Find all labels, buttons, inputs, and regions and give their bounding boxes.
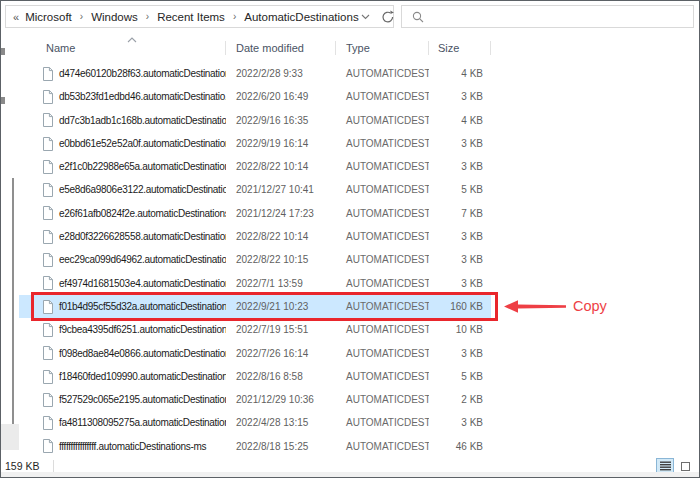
- file-size: 4 KB: [429, 109, 491, 132]
- icons-view-icon: [681, 462, 690, 471]
- file-type: AUTOMATICDESTI...: [336, 85, 429, 108]
- column-header-row: Name Date modified Type Size: [19, 37, 691, 59]
- file-date: 2022/8/22 10:14: [226, 155, 336, 178]
- file-icon: [42, 230, 54, 244]
- refresh-icon[interactable]: [381, 10, 395, 24]
- file-name-cell: eec29ca099d64962.automaticDestination...: [19, 248, 226, 271]
- table-row[interactable]: f098ed8ae84e0866.automaticDestinations..…: [19, 342, 491, 365]
- file-type: AUTOMATICDESTI...: [336, 248, 429, 271]
- arrow-left-icon: [503, 298, 569, 315]
- file-icon: [42, 113, 54, 127]
- file-date: 2022/8/18 15:25: [226, 435, 336, 458]
- file-date: 2022/7/19 15:51: [226, 318, 336, 341]
- breadcrumb-item-recent-items[interactable]: Recent Items: [155, 11, 227, 23]
- table-row[interactable]: e0bbd61e52e52a0f.automaticDestination...…: [19, 132, 491, 155]
- file-name-cell: fa4811308095275a.automaticDestinations..…: [19, 411, 226, 434]
- file-type: AUTOMATICDESTI...: [336, 132, 429, 155]
- vertical-scrollbar-thumb[interactable]: [12, 178, 14, 431]
- table-row[interactable]: f01b4d95cf55d32a.automaticDestinations..…: [19, 295, 491, 318]
- file-type: AUTOMATICDESTI...: [336, 318, 429, 341]
- column-header-name-label: Name: [46, 42, 75, 54]
- file-name-cell: ffffffffffffffff.automaticDestinations-m…: [19, 435, 226, 458]
- table-row[interactable]: e5e8d6a9806e3122.automaticDestination...…: [19, 178, 491, 201]
- window-bottom-edge: [1, 472, 699, 477]
- table-row[interactable]: e2f1c0b22988e65a.automaticDestinations..…: [19, 155, 491, 178]
- address-bar-controls: [361, 10, 404, 24]
- file-icon: [42, 160, 54, 174]
- file-name: e26f61afb0824f2e.automaticDestinations..…: [59, 202, 226, 225]
- table-row[interactable]: dd7c3b1adb1c168b.automaticDestinatio... …: [19, 109, 491, 132]
- breadcrumb-item-automaticdestinations[interactable]: AutomaticDestinations: [242, 11, 360, 23]
- table-row[interactable]: ffffffffffffffff.automaticDestinations-m…: [19, 435, 491, 458]
- table-row[interactable]: ef4974d1681503e4.automaticDestinations..…: [19, 272, 491, 295]
- nav-fragment: [1, 97, 5, 104]
- file-name: eec29ca099d64962.automaticDestination...: [59, 248, 226, 271]
- column-header-size-label: Size: [438, 42, 459, 54]
- file-type: AUTOMATICDESTI...: [336, 272, 429, 295]
- column-header-date-modified[interactable]: Date modified: [226, 37, 336, 59]
- file-icon: [42, 137, 54, 151]
- file-name: f098ed8ae84e0866.automaticDestinations..…: [59, 342, 226, 365]
- sort-ascending-icon: [127, 37, 137, 43]
- file-icon: [42, 323, 54, 337]
- column-header-type[interactable]: Type: [336, 37, 429, 59]
- table-row[interactable]: fa4811308095275a.automaticDestinations..…: [19, 411, 491, 434]
- table-row[interactable]: d474e60120b28f63.automaticDestination...…: [19, 62, 491, 85]
- search-icon: [412, 11, 424, 23]
- breadcrumb-item-microsoft[interactable]: Microsoft: [23, 11, 74, 23]
- table-row[interactable]: eec29ca099d64962.automaticDestination...…: [19, 248, 491, 271]
- address-bar[interactable]: « Microsoft › Windows › Recent Items › A…: [5, 5, 394, 28]
- file-date: 2022/9/21 10:23: [226, 295, 336, 318]
- file-date: 2022/6/20 16:49: [226, 85, 336, 108]
- table-row[interactable]: e26f61afb0824f2e.automaticDestinations..…: [19, 202, 491, 225]
- file-name-cell: e0bbd61e52e52a0f.automaticDestination...: [19, 132, 226, 155]
- file-name: ffffffffffffffff.automaticDestinations-m…: [59, 435, 206, 458]
- table-row[interactable]: f527529c065e2195.automaticDestinations..…: [19, 388, 491, 411]
- file-name-cell: db53b23fd1edbd46.automaticDestinatio...: [19, 85, 226, 108]
- search-input[interactable]: [424, 6, 693, 27]
- table-row[interactable]: f9cbea4395df6251.automaticDestinations..…: [19, 318, 491, 341]
- file-name: f9cbea4395df6251.automaticDestinations..…: [59, 318, 226, 341]
- file-date: 2021/12/27 10:41: [226, 178, 336, 201]
- file-icon: [42, 439, 54, 453]
- file-date: 2021/12/24 17:23: [226, 202, 336, 225]
- column-header-size[interactable]: Size: [429, 37, 491, 59]
- breadcrumb-separator-icon: ›: [74, 11, 89, 22]
- file-size: 46 KB: [429, 435, 491, 458]
- column-header-name[interactable]: Name: [19, 37, 226, 59]
- file-icon: [42, 183, 54, 197]
- table-row[interactable]: e28d0f3226628558.automaticDestinations..…: [19, 225, 491, 248]
- file-size: 3 KB: [429, 132, 491, 155]
- file-size: 3 KB: [429, 225, 491, 248]
- file-name-cell: f18460fded109990.automaticDestinations..…: [19, 365, 226, 388]
- file-size: 3 KB: [429, 272, 491, 295]
- file-name-cell: f9cbea4395df6251.automaticDestinations..…: [19, 318, 226, 341]
- column-header-type-label: Type: [346, 42, 370, 54]
- file-name: fa4811308095275a.automaticDestinations..…: [59, 411, 226, 434]
- file-icon: [42, 300, 54, 314]
- file-name: dd7c3b1adb1c168b.automaticDestinatio...: [59, 109, 226, 132]
- file-icon: [42, 346, 54, 360]
- file-date: 2022/7/26 16:14: [226, 342, 336, 365]
- search-box[interactable]: [401, 5, 694, 28]
- file-list: d474e60120b28f63.automaticDestination...…: [19, 62, 491, 458]
- file-date: 2022/8/16 8:58: [226, 365, 336, 388]
- file-type: AUTOMATICDESTI...: [336, 202, 429, 225]
- file-name-cell: f01b4d95cf55d32a.automaticDestinations..…: [19, 295, 226, 318]
- nav-scrollbar-corner[interactable]: [1, 424, 19, 450]
- collapse-breadcrumb-icon[interactable]: «: [6, 11, 23, 23]
- file-name-cell: ef4974d1681503e4.automaticDestinations..…: [19, 272, 226, 295]
- file-icon: [42, 370, 54, 384]
- table-row[interactable]: f18460fded109990.automaticDestinations..…: [19, 365, 491, 388]
- chevron-down-icon[interactable]: [361, 14, 370, 20]
- file-name-cell: f098ed8ae84e0866.automaticDestinations..…: [19, 342, 226, 365]
- file-size: 3 KB: [429, 411, 491, 434]
- file-icon: [42, 253, 54, 267]
- annotation-label: Copy: [573, 298, 607, 314]
- file-type: AUTOMATICDESTI...: [336, 225, 429, 248]
- column-header-filler: [491, 37, 691, 59]
- breadcrumb-item-windows[interactable]: Windows: [89, 11, 140, 23]
- table-row[interactable]: db53b23fd1edbd46.automaticDestinatio... …: [19, 85, 491, 108]
- file-name-cell: f527529c065e2195.automaticDestinations..…: [19, 388, 226, 411]
- file-date: 2022/4/28 13:15: [226, 411, 336, 434]
